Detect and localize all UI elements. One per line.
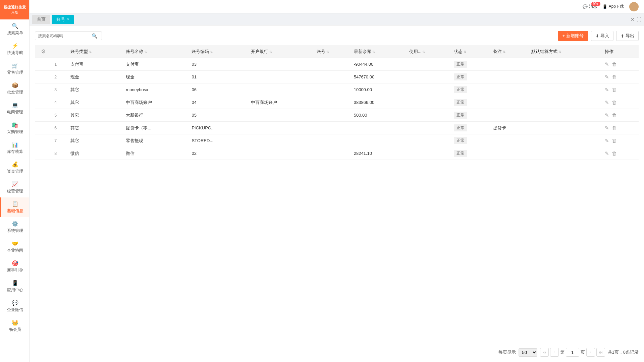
- operations-mgmt-label: 经营管理: [7, 188, 23, 194]
- table-row: 4其它中百商场账户04中百商场账户383866.00正常 ✎ 🗑: [35, 96, 639, 109]
- cell-name: 大新银行: [123, 109, 189, 122]
- col-bank[interactable]: 开户银行⇅: [248, 45, 314, 58]
- last-page-btn[interactable]: ⏭: [596, 348, 605, 357]
- cell-name: 提货卡（零...: [123, 122, 189, 134]
- sidebar-item-inventory[interactable]: 📊 库存核算: [0, 138, 29, 158]
- delete-icon[interactable]: 🗑: [612, 150, 617, 156]
- cell-type: 其它: [68, 122, 123, 134]
- app-center-icon: 📱: [12, 280, 18, 286]
- edit-icon[interactable]: ✎: [605, 74, 609, 80]
- sidebar-item-finance-mgmt[interactable]: 💰 资金管理: [0, 158, 29, 178]
- cell-balance: 547670.00: [351, 71, 407, 83]
- sidebar-item-system-mgmt[interactable]: ⚙️ 系统管理: [0, 217, 29, 237]
- prev-page-btn[interactable]: ‹: [550, 348, 559, 357]
- col-usage[interactable]: 使用...⇅: [407, 45, 451, 58]
- status-badge: 正常: [454, 86, 467, 93]
- app-download-btn[interactable]: 📱 App下载: [602, 4, 624, 9]
- close-tab-icon[interactable]: ✕: [631, 17, 635, 22]
- import-button[interactable]: ⬇ 导入: [591, 31, 613, 41]
- col-remark[interactable]: 备注⇅: [490, 45, 529, 58]
- newbie-guide-label: 新手引导: [7, 267, 23, 273]
- cell-balance: 500.00: [351, 109, 407, 122]
- edit-icon[interactable]: ✎: [605, 87, 609, 93]
- cell-usage: [407, 134, 451, 147]
- message-btn[interactable]: 💬 消息 99+: [583, 4, 597, 9]
- search-box[interactable]: 🔍: [35, 32, 102, 40]
- sidebar-item-operations-mgmt[interactable]: 📈 经营管理: [0, 178, 29, 197]
- settings-col-icon[interactable]: ⚙: [41, 49, 46, 54]
- sidebar-item-search-menu[interactable]: 🔍 搜索菜单: [0, 19, 29, 39]
- new-account-button[interactable]: + 新增账号: [558, 31, 588, 41]
- sidebar-item-basic-info[interactable]: 📋 基础信息: [0, 197, 29, 217]
- col-balance[interactable]: 最新余额⇅: [351, 45, 407, 58]
- delete-icon[interactable]: 🗑: [612, 100, 617, 105]
- sidebar-item-enterprise-wechat[interactable]: 💬 企业微信: [0, 296, 29, 316]
- members-icon: 👑: [12, 319, 18, 326]
- sidebar-item-quick-nav[interactable]: ⚡ 快捷导航: [0, 39, 29, 59]
- col-account[interactable]: 账号⇅: [314, 45, 351, 58]
- cell-index: 1: [52, 58, 68, 71]
- col-type[interactable]: 账号类型⇅: [68, 45, 123, 58]
- cell-balance: 28241.10: [351, 147, 407, 160]
- delete-icon[interactable]: 🗑: [612, 138, 617, 143]
- cell-action: ✎ 🗑: [602, 134, 639, 147]
- sidebar-item-members[interactable]: 👑 畅会员: [0, 316, 29, 336]
- delete-icon[interactable]: 🗑: [612, 74, 617, 80]
- cell-settings: [35, 109, 52, 122]
- edit-icon[interactable]: ✎: [605, 125, 609, 131]
- edit-icon[interactable]: ✎: [605, 100, 609, 106]
- export-button[interactable]: ⬆ 导出: [616, 31, 639, 41]
- edit-icon[interactable]: ✎: [605, 138, 609, 144]
- cell-account: [314, 58, 351, 71]
- sidebar-item-newbie-guide[interactable]: 🎯 新手引导: [0, 257, 29, 277]
- cell-bank: [248, 147, 314, 160]
- search-input[interactable]: [38, 34, 92, 38]
- sidebar-item-ecommerce-mgmt[interactable]: 💻 电商管理: [0, 99, 29, 118]
- first-page-btn[interactable]: ⏮: [540, 348, 549, 357]
- cell-type: 其它: [68, 83, 123, 96]
- delete-icon[interactable]: 🗑: [612, 112, 617, 118]
- sidebar-item-purchase-mgmt[interactable]: 🛍️ 采购管理: [0, 118, 29, 138]
- message-badge: 99+: [591, 2, 600, 6]
- cell-usage: [407, 58, 451, 71]
- expand-icon[interactable]: ⛶: [637, 17, 641, 22]
- export-icon: ⬆: [621, 34, 624, 39]
- sidebar-item-wholesale-mgmt[interactable]: 📦 批发管理: [0, 79, 29, 99]
- tab-close-account[interactable]: ×: [67, 17, 69, 21]
- sidebar-item-app-center[interactable]: 📱 应用中心: [0, 277, 29, 296]
- delete-icon[interactable]: 🗑: [612, 61, 617, 67]
- user-avatar[interactable]: [629, 2, 639, 11]
- col-code[interactable]: 账号编码⇅: [189, 45, 248, 58]
- search-icon[interactable]: 🔍: [92, 33, 97, 39]
- cell-settings: [35, 147, 52, 160]
- cell-settings: [35, 122, 52, 134]
- col-default_settlement[interactable]: 默认结算方式⇅: [529, 45, 602, 58]
- cell-status: 正常: [451, 134, 490, 147]
- next-page-btn[interactable]: ›: [586, 348, 595, 357]
- edit-icon[interactable]: ✎: [605, 150, 609, 157]
- per-page-select[interactable]: 50 20 100: [519, 348, 537, 357]
- edit-icon[interactable]: ✎: [605, 112, 609, 118]
- page-input[interactable]: [566, 348, 579, 357]
- delete-icon[interactable]: 🗑: [612, 125, 617, 131]
- export-label: 导出: [626, 33, 634, 39]
- cell-type: 其它: [68, 96, 123, 109]
- quick-nav-label: 快捷导航: [7, 50, 23, 56]
- col-name[interactable]: 账号名称⇅: [123, 45, 189, 58]
- delete-icon[interactable]: 🗑: [612, 87, 617, 93]
- cell-settings: [35, 83, 52, 96]
- tab-home[interactable]: 首页: [32, 15, 50, 24]
- cell-settings: [35, 96, 52, 109]
- cell-account: [314, 134, 351, 147]
- edit-icon[interactable]: ✎: [605, 61, 609, 67]
- col-status[interactable]: 状态⇅: [451, 45, 490, 58]
- cell-account: [314, 109, 351, 122]
- tab-account[interactable]: 账号×: [52, 15, 74, 24]
- cell-code: PICKUPC...: [189, 122, 248, 134]
- col-action: 操作: [602, 45, 639, 58]
- sidebar-item-retail-mgmt[interactable]: 🛒 零售管理: [0, 59, 29, 79]
- col-settings: ⚙: [35, 45, 52, 58]
- cell-name: 中百商场账户: [123, 96, 189, 109]
- action-icons: ✎ 🗑: [605, 138, 636, 144]
- sidebar-item-enterprise-agreement[interactable]: 🤝 企业协同: [0, 237, 29, 257]
